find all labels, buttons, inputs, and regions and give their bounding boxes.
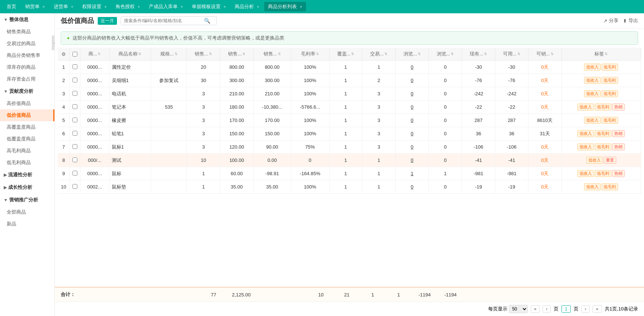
cell-checkbox[interactable] — [70, 61, 80, 74]
cell-checkbox[interactable] — [70, 101, 80, 114]
row-checkbox[interactable] — [73, 184, 77, 189]
col-sales-amt[interactable]: 销售... ⇅ — [220, 48, 254, 61]
sidebar-item-all-products[interactable]: 全部商品 — [0, 206, 54, 218]
cell-checkbox[interactable] — [70, 140, 80, 154]
search-input[interactable] — [124, 18, 202, 23]
col-trade[interactable]: 交易... ⇅ — [362, 48, 396, 61]
sidebar-item-high-margin[interactable]: 高毛利商品 — [0, 145, 54, 157]
col-view1[interactable]: 浏览... ⇅ — [396, 48, 429, 61]
cell-view1[interactable]: 0 — [396, 61, 429, 74]
nav-home[interactable]: 首页 — [3, 2, 20, 11]
sidebar-item-low-margin[interactable]: 低毛利商品 — [0, 157, 54, 169]
cell-spec — [151, 114, 187, 127]
nav-sales-order[interactable]: 销货单 × — [21, 2, 48, 11]
nav-product-instock[interactable]: 产成品入库单 × — [145, 2, 187, 11]
cell-view1[interactable]: 0 — [396, 180, 429, 194]
cell-checkbox[interactable] — [70, 154, 80, 167]
sidebar-section-marketing[interactable]: ▼ 营销推广分析 — [0, 194, 54, 206]
nav-role-auth[interactable]: 角色授权 × — [112, 2, 144, 11]
per-page-select[interactable]: 50 20 100 — [509, 305, 528, 313]
cell-view1[interactable]: 0 — [396, 114, 429, 127]
cell-checkbox[interactable] — [70, 74, 80, 87]
col-name[interactable]: 商品名称 ⇅ — [109, 48, 151, 61]
row-checkbox[interactable] — [73, 91, 77, 96]
cell-checkbox[interactable] — [70, 127, 80, 140]
cell-view2: 0 — [429, 61, 462, 74]
sidebar-item-stock-fund[interactable]: 库存资金占用 — [0, 73, 54, 85]
row-checkbox[interactable] — [73, 144, 77, 149]
col-qty[interactable]: 销售... ⇅ — [187, 48, 220, 61]
sidebar-item-new-products[interactable]: 新品 — [0, 218, 54, 230]
sidebar-section-liquidity[interactable]: ▶ 流通性分析 — [0, 169, 54, 181]
col-tags[interactable]: 标签 ⇅ — [561, 48, 641, 61]
nav-product-analysis-list[interactable]: 商品分析列表 × — [264, 2, 306, 11]
cell-view1[interactable]: 0 — [396, 74, 429, 87]
sidebar-item-sales-category[interactable]: 销售类商品 — [0, 26, 54, 38]
search-icon[interactable]: 🔍 — [204, 18, 210, 24]
sidebar-item-slow-stock[interactable]: 滞库存的商品 — [0, 61, 54, 73]
cell-checkbox[interactable] — [70, 87, 80, 101]
col-sales-avg[interactable]: 销售... ⇅ — [253, 48, 291, 61]
col-gross[interactable]: 毛利率 ⇅ — [291, 48, 329, 61]
page-label: 页 — [554, 306, 559, 312]
nav-permission[interactable]: 权限设置 × — [78, 2, 110, 11]
row-checkbox[interactable] — [73, 131, 77, 136]
cell-trade: 1 — [362, 167, 396, 180]
row-checkbox[interactable] — [73, 171, 77, 176]
sidebar-item-high-value[interactable]: 高价值商品 — [0, 98, 54, 109]
cell-code: 0000... — [80, 127, 109, 140]
first-page-btn[interactable]: « — [531, 305, 540, 313]
cell-view1[interactable]: 0 — [396, 101, 429, 114]
sidebar-section-growth[interactable]: ▶ 成长性分析 — [0, 181, 54, 194]
date-filter-btn[interactable]: 近一月 — [98, 17, 117, 25]
row-checkbox[interactable] — [73, 118, 77, 122]
table-row: 8 000/... 测试 10 100.00 0.00 0 1 1 0 0 -4… — [58, 154, 641, 167]
sidebar-item-low-value[interactable]: 低价值商品 — [0, 109, 54, 121]
nav-product-analysis[interactable]: 商品分析 × — [231, 2, 263, 11]
col-code[interactable]: 商... ⇅ — [80, 48, 109, 61]
row-checkbox[interactable] — [73, 78, 77, 82]
row-checkbox[interactable] — [73, 104, 77, 109]
cell-view1[interactable]: 0 — [396, 87, 429, 101]
col-coverage[interactable]: 覆盖... ⇅ — [329, 48, 362, 61]
row-checkbox[interactable] — [73, 157, 77, 162]
col-view2[interactable]: 浏览... ⇅ — [429, 48, 462, 61]
sidebar-section-contribution[interactable]: ▼ 贡献度分析 — [0, 85, 54, 98]
share-btn[interactable]: ↗ 分享 — [603, 17, 618, 24]
sort-icon-7: ⇅ — [316, 52, 319, 56]
sidebar-item-high-coverage[interactable]: 高覆盖度商品 — [0, 121, 54, 133]
cell-qty: 3 — [187, 127, 220, 140]
cell-sellable: 0天 — [528, 154, 561, 167]
cell-view1[interactable]: 0 — [396, 154, 429, 167]
cell-view1[interactable]: 1 — [396, 167, 429, 180]
sidebar-item-traded[interactable]: 交易过的商品 — [0, 38, 54, 50]
cell-view1[interactable]: 0 — [396, 127, 429, 140]
sidebar-collapse-btn[interactable]: « — [52, 35, 55, 50]
col-checkbox[interactable] — [70, 48, 80, 61]
cell-sellable: 31天 — [528, 127, 561, 140]
prev-page-btn[interactable]: ‹ — [543, 305, 551, 313]
col-current[interactable]: 现有... ⇅ — [462, 48, 495, 61]
cell-trade: 2 — [362, 74, 396, 87]
cell-checkbox[interactable] — [70, 114, 80, 127]
export-btn[interactable]: ⬆ 导出 — [623, 17, 638, 24]
select-all-checkbox[interactable] — [73, 52, 77, 57]
table-row: 9 0000... 鼠标 1 60.00 -98.91 -164.85% 1 1… — [58, 167, 641, 180]
row-checkbox[interactable] — [73, 64, 77, 69]
sidebar-item-low-coverage[interactable]: 低覆盖度商品 — [0, 133, 54, 145]
col-spec[interactable]: 规格... ⇅ — [151, 48, 187, 61]
nav-purchase-order[interactable]: 进货单 × — [50, 2, 77, 11]
sidebar-item-category-rate[interactable]: 商品分类销售率 — [0, 50, 54, 61]
cell-view1[interactable]: 0 — [396, 140, 429, 154]
sidebar-section-overall[interactable]: ▼ 整体信息 — [0, 13, 54, 26]
last-page-btn[interactable]: » — [593, 305, 602, 313]
col-sellable[interactable]: 可销... ⇅ — [528, 48, 561, 61]
cell-checkbox[interactable] — [70, 167, 80, 180]
sort-icon-15: ⇅ — [605, 52, 608, 56]
nav-template-setting[interactable]: 单据模板设置 × — [188, 2, 229, 11]
total-trade: 21 — [334, 292, 360, 298]
cell-checkbox[interactable] — [70, 180, 80, 194]
col-settings[interactable]: ⚙ — [58, 48, 70, 61]
col-usable[interactable]: 可用... ⇅ — [495, 48, 529, 61]
next-page-btn[interactable]: › — [581, 305, 590, 313]
